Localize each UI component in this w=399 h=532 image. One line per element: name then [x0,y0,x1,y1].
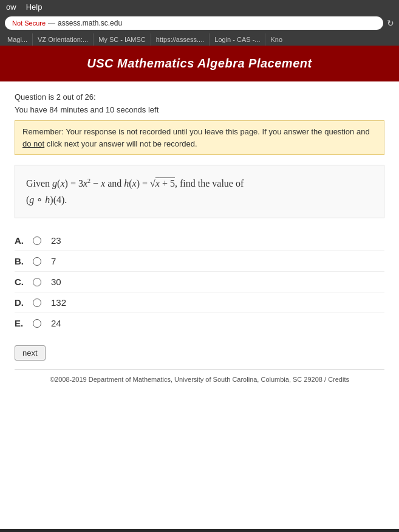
tab-https-assess[interactable]: https://assess.... [151,33,210,46]
address-bar-row: Not Secure — assess.math.sc.edu ↻ [0,14,399,32]
answer-label-d: D. [15,297,33,308]
math-question-text: Given g(x) = 3x2 − x and h(x) = √x + 5, … [26,178,244,205]
answer-row-c: C. 30 [15,272,384,292]
tab-login-cas[interactable]: Login - CAS -... [210,33,265,46]
answer-label-b: B. [15,256,33,266]
time-left: You have 84 minutes and 10 seconds left [15,105,384,114]
radio-a[interactable] [33,237,41,245]
reminder-text-1: Remember: Your response is not recorded … [22,127,370,136]
next-btn-row: next [15,345,384,361]
page-title: USC Mathematics Algebra Placement [12,57,387,71]
answer-value-b: 7 [51,256,56,266]
radio-b[interactable] [33,257,41,266]
answer-value-e: 24 [51,318,61,328]
page-content: Question is 2 out of 26: You have 84 min… [0,81,399,394]
tab-my-sc[interactable]: My SC - IAMSC [94,33,151,46]
tab-kno[interactable]: Kno [265,33,287,46]
tab-magi[interactable]: Magi... [2,33,33,46]
page-header: USC Mathematics Algebra Placement [0,46,399,81]
answer-value-c: 30 [51,277,61,287]
answer-row-d: D. 132 [15,292,384,313]
menu-item-help[interactable]: Help [26,2,43,12]
tabs-bar: Magi... VZ Orientation:... My SC - IAMSC… [0,32,399,46]
refresh-button[interactable]: ↻ [387,18,394,28]
reminder-do-not: do not [22,139,44,148]
answer-label-e: E. [15,318,33,328]
reminder-box: Remember: Your response is not recorded … [15,120,384,155]
page-wrapper: USC Mathematics Algebra Placement Questi… [0,46,399,529]
answer-label-c: C. [15,277,33,287]
address-bar[interactable]: Not Secure — assess.math.sc.edu [5,16,383,30]
tab-vz-orientation[interactable]: VZ Orientation:... [33,33,94,46]
next-button[interactable]: next [15,345,46,361]
answer-row-e: E. 24 [15,313,384,333]
answer-row-a: A. 23 [15,230,384,251]
answer-value-a: 23 [51,235,61,246]
radio-c[interactable] [33,278,41,286]
reminder-text-2: click next your answer will not be recor… [44,139,197,148]
menu-item-ow[interactable]: ow [6,2,16,12]
answer-options: A. 23 B. 7 C. 30 D. 132 E. [15,230,384,333]
address-dash: — [48,19,55,27]
radio-e[interactable] [33,319,41,328]
address-url: assess.math.sc.edu [58,19,122,27]
browser-chrome: ow Help Not Secure — assess.math.sc.edu … [0,0,399,46]
radio-d[interactable] [33,299,41,307]
answer-row-b: B. 7 [15,251,384,272]
answer-value-d: 132 [51,297,66,308]
footer-text: ©2008-2019 Department of Mathematics, Un… [15,369,384,383]
not-secure-label: Not Secure [12,19,46,27]
math-question: Given g(x) = 3x2 − x and h(x) = √x + 5, … [15,165,384,218]
question-meta: Question is 2 out of 26: [15,92,384,102]
menu-bar: ow Help [0,0,399,14]
answer-label-a: A. [15,235,33,246]
